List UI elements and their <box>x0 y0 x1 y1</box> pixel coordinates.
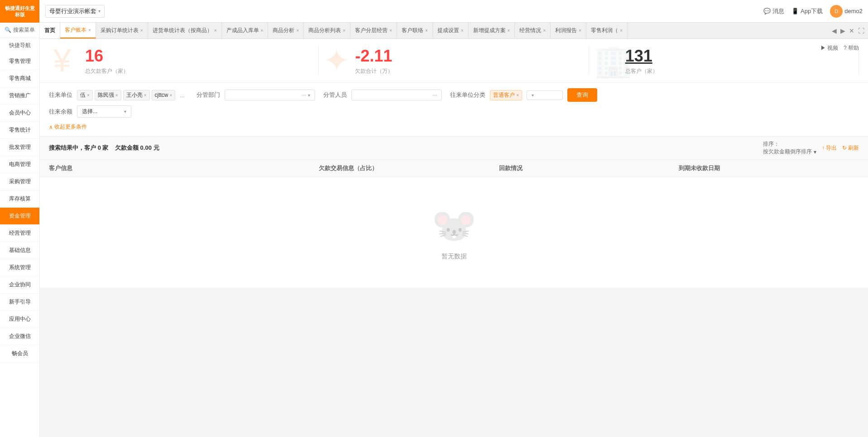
tab-product_entry[interactable]: 产成品入库单× <box>222 23 269 38</box>
tab-purchase_order[interactable]: 采购订单统计表× <box>96 23 148 38</box>
sidebar-item-operations[interactable]: 经营管理 <box>0 225 39 242</box>
person-filter-select[interactable]: ··· <box>351 90 442 100</box>
tab-operation[interactable]: 经营情况× <box>515 23 551 38</box>
unit-category-select[interactable]: ▾ <box>527 90 563 100</box>
chevron-down-icon: ▾ <box>98 9 101 14</box>
tag-close-icon[interactable]: × <box>87 93 90 98</box>
sidebar-item-marketing[interactable]: 营销推广 <box>0 87 39 104</box>
tab-container: 首页客户账本×采购订单统计表×进货单统计表（按商品）×产成品入库单×商品分析×商… <box>40 23 828 38</box>
sidebar-item-retail[interactable]: 零售管理 <box>0 53 39 70</box>
tab-customer_contact[interactable]: 客户联络× <box>397 23 433 38</box>
tab-product_analysis_list[interactable]: 商品分析列表× <box>304 23 350 38</box>
sidebar-item-enterprise_coop[interactable]: 企业协同 <box>0 276 39 294</box>
tab-close-icon[interactable]: × <box>620 28 623 33</box>
sort-select[interactable]: 按欠款金额倒序排序 ▾ <box>763 148 816 156</box>
sidebar: 畅捷通好生意 标版 🔍 搜索菜单 快捷导航 零售管理零售商城营销推广会员中心零售… <box>0 0 40 437</box>
debt-amount-label: 欠款合计（万） <box>355 67 393 75</box>
sidebar-item-ecommerce[interactable]: 电商管理 <box>0 156 39 173</box>
sidebar-item-retail_stat[interactable]: 零售统计 <box>0 122 39 139</box>
category-tag-close-icon[interactable]: × <box>516 93 519 98</box>
tab-stock_stat[interactable]: 进货单统计表（按商品）× <box>148 23 222 38</box>
tab-profit_report[interactable]: 利润报告× <box>551 23 586 38</box>
tab-remind_settings[interactable]: 提成设置× <box>433 23 469 38</box>
tab-close-icon[interactable]: × <box>579 28 581 33</box>
tabbar: 首页客户账本×采购订单统计表×进货单统计表（按商品）×产成品入库单×商品分析×商… <box>40 23 868 39</box>
messages-btn[interactable]: 💬 消息 <box>763 7 784 15</box>
tab-prev-icon[interactable]: ◀ <box>832 27 837 34</box>
sidebar-item-app_center[interactable]: 应用中心 <box>0 311 39 328</box>
collapse-icon: ∧ <box>49 124 53 130</box>
tab-close-icon[interactable]: × <box>508 28 510 33</box>
tab-close-icon[interactable]: × <box>543 28 546 33</box>
tab-close-icon[interactable]: × <box>389 28 392 33</box>
sidebar-item-inventory[interactable]: 库存核算 <box>0 190 39 208</box>
unit-tag: 陈民强 × <box>95 90 121 100</box>
unit-tags-container: 伍 ×陈民强 ×王小亮 ×cjttcw × <box>77 90 175 100</box>
tag-close-icon[interactable]: × <box>115 93 118 98</box>
user-profile[interactable]: D demo2 <box>830 5 863 18</box>
unit-tag: 王小亮 × <box>123 90 150 100</box>
unit-filter-label: 往来单位 <box>49 91 72 99</box>
dept-filter-select[interactable]: ··· ▾ <box>225 90 315 100</box>
tab-close-icon[interactable]: × <box>261 28 264 33</box>
tab-label: 商品分析 <box>273 27 294 34</box>
tab-close-icon[interactable]: × <box>343 28 345 33</box>
sidebar-quick-nav[interactable]: 快捷导航 <box>0 38 39 53</box>
results-bar: 搜索结果中，客户 0 家 欠款金额 0.00 元 排序： 按欠款金额倒序排序 ▾ <box>40 137 868 160</box>
tab-label: 新增提成方案 <box>473 27 506 34</box>
tab-label: 提成设置 <box>437 27 459 34</box>
dept-filter-label: 分管部门 <box>197 91 220 99</box>
account-selector[interactable]: 母婴行业演示帐套 ▾ <box>45 5 105 18</box>
refresh-btn[interactable]: ↻ 刷新 <box>842 144 859 152</box>
tab-label: 客户分层经营 <box>355 27 388 34</box>
export-btn[interactable]: ↑ 导出 <box>822 144 837 152</box>
sidebar-item-premium[interactable]: 畅会员 <box>0 345 39 362</box>
tab-label: 利润报告 <box>555 27 577 34</box>
table-header: 客户信息欠款交易信息（占比）回款情况到期未收款日期 <box>40 160 868 177</box>
query-button[interactable]: 查询 <box>567 88 597 102</box>
sidebar-item-enterprise_wechat[interactable]: 企业微信 <box>0 328 39 345</box>
text-help-btn[interactable]: ? 帮助 <box>844 44 859 52</box>
category-chevron-icon: ▾ <box>532 93 534 98</box>
collapse-btn[interactable]: ∧ 收起更多条件 <box>49 123 859 131</box>
main-area: 母婴行业演示帐套 ▾ 💬 消息 📱 App下载 D demo2 首页客户账本×采… <box>40 0 868 437</box>
tab-customer_segment[interactable]: 客户分层经营× <box>350 23 397 38</box>
tab-close-icon[interactable]: × <box>461 28 464 33</box>
sidebar-search[interactable]: 🔍 搜索菜单 <box>0 23 39 38</box>
sidebar-item-wholesale[interactable]: 批发管理 <box>0 139 39 156</box>
sidebar-item-retail_mall[interactable]: 零售商城 <box>0 70 39 87</box>
sidebar-item-system[interactable]: 系统管理 <box>0 259 39 276</box>
sidebar-item-finance[interactable]: 资金管理 <box>0 208 39 225</box>
tab-close-icon[interactable]: × <box>425 28 428 33</box>
sidebar-item-purchase[interactable]: 采购管理 <box>0 173 39 190</box>
tab-label: 首页 <box>44 27 55 34</box>
app-download-btn[interactable]: 📱 App下载 <box>791 7 823 15</box>
tab-new_bonus[interactable]: 新增提成方案× <box>469 23 515 38</box>
tag-close-icon[interactable]: × <box>144 93 147 98</box>
more-tags-btn[interactable]: ... <box>180 92 185 99</box>
sidebar-item-member[interactable]: 会员中心 <box>0 104 39 122</box>
content-area: ¥ 16 总欠款客户（家） ✦ -2.11 欠款合计（万） 🏢 131 <box>40 39 868 437</box>
tab-close-icon[interactable]: × <box>88 28 91 33</box>
sidebar-item-newbie[interactable]: 新手引导 <box>0 294 39 311</box>
tab-next-icon[interactable]: ▶ <box>840 27 845 34</box>
results-actions: 排序： 按欠款金额倒序排序 ▾ ↑ 导出 ↻ 刷新 <box>763 140 859 156</box>
tag-close-icon[interactable]: × <box>170 93 173 98</box>
table-header-overdue_date: 到期未收款日期 <box>679 164 859 172</box>
remainder-select[interactable]: 选择... ▾ <box>77 105 131 118</box>
tab-accounts[interactable]: 客户账本× <box>60 23 96 38</box>
download-icon: 📱 <box>791 8 799 14</box>
tab-maximize-icon[interactable]: ⛶ <box>858 27 864 34</box>
sidebar-item-basic_info[interactable]: 基础信息 <box>0 242 39 259</box>
tab-home[interactable]: 首页 <box>40 23 60 38</box>
remainder-placeholder: 选择... <box>82 108 97 115</box>
tab-close-icon[interactable]: × <box>140 28 143 33</box>
tab-product_analysis[interactable]: 商品分析× <box>268 23 304 38</box>
tab-close-icon[interactable]: × <box>214 28 217 33</box>
tab-close-icon[interactable]: × <box>296 28 299 33</box>
tab-label: 零售利润（ <box>591 27 618 34</box>
tab-close-all-icon[interactable]: ✕ <box>849 27 854 34</box>
account-selector-label: 母婴行业演示帐套 <box>49 7 96 15</box>
tab-retail_profit[interactable]: 零售利润（× <box>586 23 628 38</box>
video-help-btn[interactable]: ▶ 视频 <box>820 44 838 52</box>
